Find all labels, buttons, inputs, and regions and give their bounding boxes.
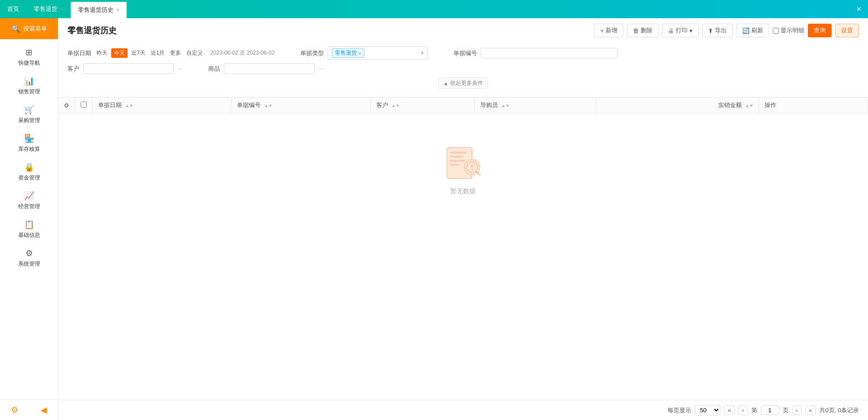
sidebar-bottom: ⚙ ◀	[0, 399, 58, 420]
empty-illustration	[442, 141, 483, 182]
delete-button[interactable]: 🗑 删除	[627, 24, 658, 37]
tab-home[interactable]: 首页	[0, 0, 26, 18]
date-range-text: 2023-06-02 至 2023-06-02	[210, 49, 274, 57]
store-icon: 🏪	[24, 133, 34, 143]
display-detail-label: 显示明细	[781, 26, 804, 35]
total-label: 共0页, 0条记录	[819, 406, 859, 415]
doc-type-select[interactable]: 零售退货 × ▾	[328, 46, 428, 60]
tab-retail-return-history[interactable]: 零售退货历史 ×	[71, 2, 127, 18]
shortcut-custom[interactable]: 自定义	[185, 48, 205, 58]
sidebar-item-finance[interactable]: 🔒 资金管理	[0, 158, 58, 186]
shortcut-last7[interactable]: 近7天	[129, 48, 147, 58]
grid-icon: ⊞	[26, 47, 32, 57]
goods-ellipsis-icon[interactable]: ···	[318, 65, 324, 72]
shortcut-last1m[interactable]: 近1月	[149, 48, 167, 58]
collapse-icon: ▲	[443, 80, 449, 87]
per-page-label: 每页显示	[668, 406, 691, 415]
chart-icon: 📊	[24, 76, 34, 86]
doc-type-filter: 单据类型 零售退货 × ▾	[300, 46, 428, 60]
tab-retail-return[interactable]: 零售退货 ×	[26, 0, 71, 18]
filter-row-1: 单据日期 昨天 今天 近7天 近1月 更多 自定义 2023-06-02 至 2…	[67, 46, 859, 60]
empty-text: 暂无数据	[450, 187, 476, 195]
sidebar-item-operation-label: 经营管理	[18, 203, 40, 210]
page-prefix-label: 第	[751, 406, 757, 415]
collapse-button[interactable]: ▲ 收起更多条件	[438, 77, 488, 89]
topbar: 首页 零售退货 × 零售退货历史 × ×	[0, 0, 868, 18]
tab-retail-return-close[interactable]: ×	[60, 6, 63, 12]
filter-row-2: 客户 ··· 商品 ···	[67, 63, 859, 74]
settings-label: 设置	[841, 26, 853, 35]
prev-page-icon: ‹	[742, 407, 744, 414]
settings-button[interactable]: 设置	[835, 24, 859, 37]
sidebar-item-quick-nav-label: 快捷导航	[18, 59, 40, 67]
svg-rect-4	[450, 164, 460, 166]
date-shortcuts: 昨天 今天 近7天 近1月 更多 自定义	[95, 48, 205, 58]
sidebar-item-operation[interactable]: 📈 经营管理	[0, 186, 58, 215]
shortcut-today[interactable]: 今天	[111, 48, 128, 58]
print-button[interactable]: 🖨 打印 ▾	[662, 24, 699, 37]
sidebar-settings-button[interactable]: ⚙	[11, 405, 18, 415]
first-page-button[interactable]: «	[724, 405, 734, 415]
window-close-button[interactable]: ×	[850, 0, 868, 18]
query-label: 查询	[814, 26, 826, 35]
settings-icon: ⚙	[64, 102, 69, 109]
th-guide[interactable]: 导购员 ▲▼	[474, 97, 596, 113]
goods-input[interactable]	[224, 63, 315, 74]
sidebar-item-basic-info[interactable]: 📋 基础信息	[0, 215, 58, 244]
page-number-input[interactable]	[761, 405, 779, 415]
th-amount[interactable]: 实销金额 ▲▼	[596, 97, 759, 113]
next-page-button[interactable]: ›	[792, 405, 801, 415]
customer-ellipsis-icon[interactable]: ···	[178, 65, 183, 72]
th-doc-date[interactable]: 单据日期 ▲▼	[92, 97, 231, 113]
tab-retail-return-history-label: 零售退货历史	[78, 6, 113, 14]
page-title-row: 零售退货历史 + 新增 🗑 删除 🖨 打印 ▾	[67, 24, 859, 37]
doc-number-input[interactable]	[481, 48, 617, 58]
date-filter: 单据日期 昨天 今天 近7天 近1月 更多 自定义 2023-06-02 至 2…	[67, 48, 275, 58]
sidebar-item-inventory[interactable]: 🏪 库存核算	[0, 129, 58, 158]
th-action: 操作	[759, 97, 868, 113]
th-customer[interactable]: 客户 ▲▼	[370, 97, 474, 113]
page-header: 零售退货历史 + 新增 🗑 删除 🖨 打印 ▾	[58, 18, 868, 97]
sidebar-item-purchase[interactable]: 🛒 采购管理	[0, 100, 58, 129]
sidebar-item-quick-nav[interactable]: ⊞ 快捷导航	[0, 43, 58, 72]
export-button[interactable]: ⬆ 导出	[702, 24, 733, 37]
shortcut-yesterday[interactable]: 昨天	[95, 48, 109, 58]
topbar-tabs: 首页 零售退货 × 零售退货历史 ×	[0, 0, 850, 18]
query-button[interactable]: 查询	[808, 24, 832, 37]
tab-retail-return-history-close[interactable]: ×	[116, 7, 119, 13]
print-icon: 🖨	[668, 27, 674, 34]
new-button[interactable]: + 新增	[594, 24, 623, 37]
doc-type-label: 单据类型	[300, 49, 324, 57]
refresh-button[interactable]: 🔄 刷新	[736, 24, 769, 37]
th-checkbox[interactable]	[75, 97, 92, 113]
th-amount-label: 实销金额	[718, 102, 742, 108]
prev-page-button[interactable]: ‹	[738, 405, 747, 415]
sidebar-item-system[interactable]: ⚙ 系统管理	[0, 244, 58, 272]
new-label: 新增	[606, 26, 617, 35]
doc-type-tag-text: 零售退货	[335, 49, 357, 57]
sidebar-collapse-button[interactable]: ◀	[41, 405, 47, 415]
goods-label: 商品	[208, 65, 220, 73]
per-page-select[interactable]: 10 20 50 100	[695, 405, 720, 415]
sidebar-search-button[interactable]: 🔍 搜索菜单	[0, 18, 58, 39]
shortcut-more[interactable]: 更多	[168, 48, 183, 58]
sidebar-search-label: 搜索菜单	[23, 25, 47, 33]
th-doc-number[interactable]: 单据编号 ▲▼	[231, 97, 370, 113]
th-settings[interactable]: ⚙	[58, 97, 75, 113]
doc-type-chevron-icon: ▾	[421, 50, 424, 56]
select-all-checkbox[interactable]	[81, 102, 87, 108]
sidebar-item-sales[interactable]: 📊 销售管理	[0, 72, 58, 100]
doc-type-tag-close[interactable]: ×	[359, 51, 361, 56]
export-icon: ⬆	[708, 27, 713, 34]
data-table: ⚙ 单据日期 ▲▼ 单据编号 ▲▼	[58, 97, 868, 223]
customer-input[interactable]	[83, 63, 174, 74]
tab-retail-return-label: 零售退货	[34, 5, 57, 13]
gear-icon: ⚙	[26, 248, 33, 258]
display-detail-checkbox-label[interactable]: 显示明细	[773, 26, 804, 35]
last-page-button[interactable]: »	[805, 405, 816, 415]
sidebar-item-sales-label: 销售管理	[18, 88, 40, 96]
empty-state: 暂无数据	[58, 113, 868, 223]
display-detail-checkbox[interactable]	[773, 28, 779, 34]
date-filter-label: 单据日期	[67, 49, 91, 57]
cart-icon: 🛒	[24, 105, 34, 115]
